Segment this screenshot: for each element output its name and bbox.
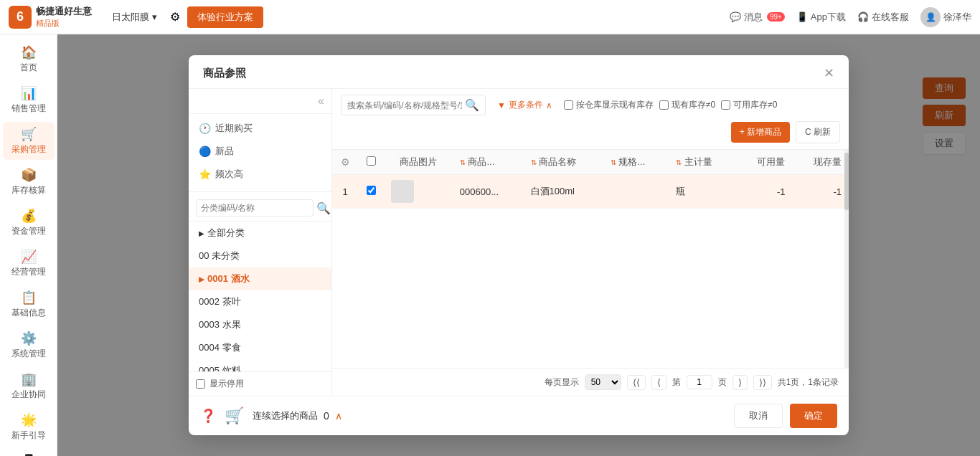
- sidebar-item-operations[interactable]: 📈 经营管理: [3, 244, 55, 282]
- collapse-panel-btn[interactable]: «: [318, 95, 324, 108]
- filter-icon: ▼: [497, 100, 506, 110]
- headset-icon: 🎧: [857, 11, 869, 22]
- cart-icon: 🛒: [225, 407, 244, 424]
- quick-link-frequent[interactable]: ⭐ 频次高: [189, 163, 331, 186]
- left-panel: « 🕐 近期购买 🔵 新品 ⭐: [189, 89, 332, 396]
- cart-collapse-icon[interactable]: ∧: [335, 410, 342, 422]
- right-toolbar: 🔍 ▼ 更多条件 ∧ 按仓库显示现有库存: [332, 89, 849, 150]
- sidebar-label-inventory: 库存核算: [11, 184, 46, 196]
- sidebar-item-basics[interactable]: 📋 基础信息: [3, 285, 55, 323]
- help-icon[interactable]: ❓: [200, 408, 216, 424]
- cat-0003-label: 0003 水果: [199, 318, 241, 331]
- show-disabled-checkbox[interactable]: [196, 379, 205, 389]
- settings-icon[interactable]: ⚙: [170, 10, 180, 24]
- per-page-select[interactable]: 50 100 200: [585, 374, 621, 390]
- column-settings-icon[interactable]: ⚙: [341, 156, 350, 168]
- collab-icon: 🏢: [21, 371, 37, 387]
- page-number-input[interactable]: [687, 375, 712, 389]
- first-page-btn[interactable]: ⟨⟨: [627, 375, 646, 390]
- last-page-btn[interactable]: ⟩⟩: [753, 375, 772, 390]
- category-search-input[interactable]: [196, 199, 314, 217]
- row-checkbox-cell[interactable]: [358, 175, 384, 209]
- scrollbar-thumb[interactable]: [844, 153, 849, 210]
- guide-icon: 🌟: [21, 412, 37, 428]
- new-icon: 🔵: [199, 146, 211, 157]
- checkbox-existing-stock[interactable]: 现有库存≠0: [659, 99, 715, 111]
- trial-btn[interactable]: 体验行业方案: [187, 6, 263, 28]
- page-suffix: 页: [718, 376, 727, 389]
- sidebar-label-collab: 企业协同: [11, 389, 46, 401]
- basics-icon: 📋: [21, 290, 37, 305]
- sidebar-item-home[interactable]: 🏠 首页: [3, 40, 55, 78]
- sidebar-label-purchase: 采购管理: [11, 143, 46, 156]
- nav-service[interactable]: 🎧 在线客服: [857, 11, 909, 24]
- scrollbar-track[interactable]: [844, 150, 849, 368]
- sidebar-item-purchase[interactable]: 🛒 采购管理: [3, 122, 55, 160]
- search-icon[interactable]: 🔍: [316, 201, 331, 215]
- checkbox-warehouse-stock[interactable]: 按仓库显示现有库存: [564, 99, 654, 111]
- row-num: 1: [332, 175, 358, 209]
- th-name[interactable]: ⇅ 商品名称: [524, 150, 603, 175]
- sidebar-label-system: 系统管理: [11, 348, 46, 360]
- checkbox-available-stock[interactable]: 可用库存≠0: [721, 99, 777, 111]
- cat-0001[interactable]: ▶ 0001 酒水: [189, 267, 331, 290]
- cat-0002[interactable]: 0002 茶叶: [189, 290, 331, 313]
- arrow-icon-0001: ▶: [199, 275, 204, 283]
- nav-app[interactable]: 📱 App下载: [796, 11, 846, 24]
- select-all-checkbox[interactable]: [367, 156, 376, 166]
- existing-stock-checkbox[interactable]: [659, 100, 669, 110]
- add-product-btn[interactable]: + 新增商品: [731, 122, 790, 143]
- product-search-input[interactable]: [347, 100, 462, 110]
- sidebar-label-guide: 新手引导: [11, 429, 46, 442]
- quick-link-new[interactable]: 🔵 新品: [189, 140, 331, 163]
- quick-link-recent[interactable]: 🕐 近期购买: [189, 117, 331, 140]
- row-spec: [603, 175, 669, 209]
- sidebar-item-appcenter[interactable]: 📱 应用中心: [3, 449, 55, 456]
- sidebar-item-finance[interactable]: 💰 资金管理: [3, 204, 55, 242]
- cat-00[interactable]: 00 未分类: [189, 244, 331, 267]
- refresh-table-btn[interactable]: C 刷新: [796, 121, 840, 143]
- row-checkbox[interactable]: [367, 186, 376, 195]
- cat-all[interactable]: ▶ 全部分类: [189, 222, 331, 244]
- cat-0004-label: 0004 零食: [199, 341, 241, 354]
- sidebar-item-inventory[interactable]: 📦 库存核算: [3, 163, 55, 201]
- next-page-btn[interactable]: ⟩: [732, 375, 748, 390]
- sidebar-item-sales[interactable]: 📊 销售管理: [3, 81, 55, 119]
- th-code[interactable]: ⇅ 商品...: [453, 150, 524, 175]
- right-actions: + 新增商品 C 刷新: [731, 121, 840, 143]
- cart-area[interactable]: 🛒: [225, 407, 244, 425]
- warehouse-stock-checkbox[interactable]: [564, 100, 573, 110]
- th-unit[interactable]: ⇅ 主计量: [669, 150, 736, 175]
- search-magnifier-icon[interactable]: 🔍: [465, 98, 479, 112]
- table-row[interactable]: 1 000600... 白酒100ml: [332, 175, 849, 209]
- sidebar-label-operations: 经营管理: [11, 266, 46, 278]
- sidebar-item-system[interactable]: ⚙️ 系统管理: [3, 326, 55, 364]
- cat-0005-label: 0005 饮料: [199, 364, 241, 371]
- nav-selector[interactable]: 日太阳膜 ▾: [106, 8, 163, 27]
- sidebar-item-guide[interactable]: 🌟 新手引导: [3, 408, 55, 446]
- cat-0004[interactable]: 0004 零食: [189, 336, 331, 359]
- right-panel: 🔍 ▼ 更多条件 ∧ 按仓库显示现有库存: [332, 89, 849, 396]
- confirm-btn[interactable]: 确定: [790, 404, 837, 428]
- th-spec[interactable]: ⇅ 规格...: [603, 150, 669, 175]
- cat-0003[interactable]: 0003 水果: [189, 313, 331, 336]
- sidebar-label-basics: 基础信息: [11, 307, 46, 319]
- nav-user[interactable]: 👤 徐泽华: [920, 7, 971, 27]
- row-name: 白酒100ml: [524, 175, 603, 209]
- sort-icon-unit: ⇅: [676, 158, 682, 166]
- available-stock-checkbox[interactable]: [721, 100, 730, 110]
- nav-message[interactable]: 💬 消息 99+: [730, 11, 785, 24]
- modal-title: 商品参照: [203, 67, 246, 80]
- cancel-btn[interactable]: 取消: [734, 404, 783, 428]
- cat-0002-label: 0002 茶叶: [199, 295, 241, 308]
- filter-more-btn[interactable]: ▼ 更多条件 ∧: [491, 96, 558, 114]
- prev-page-btn[interactable]: ⟨: [651, 375, 666, 390]
- finance-icon: 💰: [21, 208, 37, 224]
- cat-0005[interactable]: 0005 饮料: [189, 359, 331, 371]
- cat-0001-label: 0001 酒水: [207, 272, 250, 285]
- sidebar-item-collab[interactable]: 🏢 企业协同: [3, 367, 55, 405]
- logo-text: 畅捷通好生意 精品版: [36, 5, 92, 29]
- th-stock: 现存量: [792, 150, 849, 175]
- footer-right: 取消 确定: [734, 404, 837, 428]
- modal-close-btn[interactable]: ✕: [824, 65, 834, 81]
